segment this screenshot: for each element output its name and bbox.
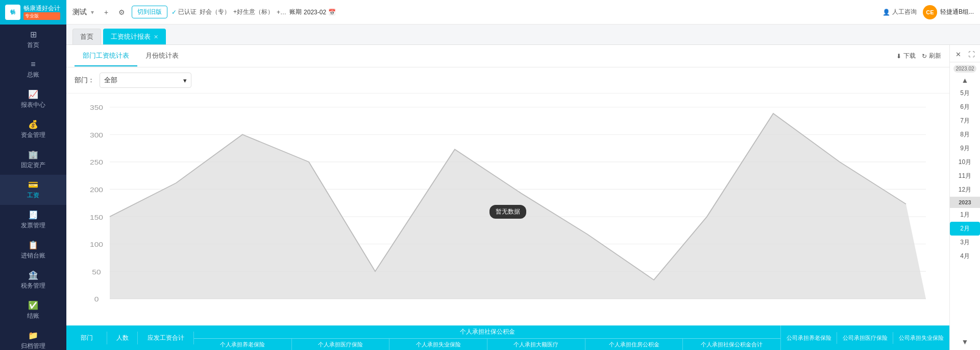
topbar-tags: ✓ 已认证 好会（专） +好生意（标） +… 账期 2023-02 📅 xyxy=(172,8,878,16)
th-large-medical: 个人承担大额医疗 xyxy=(487,339,585,350)
right-panel-top: ✕ ⛶ xyxy=(950,47,980,62)
month-8[interactable]: 8月 xyxy=(950,128,980,142)
prev-period-button[interactable]: ▲ xyxy=(950,74,980,86)
subtab-dept[interactable]: 部门工资统计表 xyxy=(75,46,137,66)
certified-tag: ✓ 已认证 xyxy=(172,8,197,16)
th-housing-fund: 个人承担住房公积金 xyxy=(585,339,683,350)
month-11[interactable]: 11月 xyxy=(950,169,980,183)
sidebar-item-label: 工资 xyxy=(27,191,39,200)
logo-icon: 畅 xyxy=(5,5,20,20)
download-icon: ⬇ xyxy=(896,53,901,60)
sidebar-item-invoice[interactable]: 🧾 发票管理 xyxy=(0,205,66,235)
tabbar: 首页 工资统计报表 ✕ xyxy=(66,25,980,45)
refresh-label: 刷新 xyxy=(929,52,941,60)
home-icon: ⊞ xyxy=(30,30,37,39)
sidebar-item-assets[interactable]: 🏢 固定资产 xyxy=(0,145,66,175)
dropdown-arrow-icon[interactable]: ▾ xyxy=(91,9,94,16)
svg-text:100: 100 xyxy=(90,241,103,248)
month-3[interactable]: 3月 xyxy=(950,236,980,249)
month-4[interactable]: 4月 xyxy=(950,249,980,263)
tag1: 好会（专） xyxy=(200,8,230,16)
sidebar-item-home[interactable]: ⊞ 首页 xyxy=(0,25,66,55)
avatar: CE xyxy=(923,5,937,19)
svg-text:50: 50 xyxy=(92,268,101,276)
tab-close-icon[interactable]: ✕ xyxy=(154,34,158,40)
filter-bar: 部门： 全部 ▾ xyxy=(66,67,949,94)
chart-tooltip: 暂无数据 xyxy=(489,205,526,219)
month-7[interactable]: 7月 xyxy=(950,114,980,128)
tab-home[interactable]: 首页 xyxy=(72,29,101,44)
sidebar-item-label: 税务管理 xyxy=(21,282,45,290)
sidebar: 畅 畅康通好会计 专业版 ⊞ 首页 ≡ 总账 📈 报表中心 💰 资金管理 🏢 固… xyxy=(0,0,66,350)
sidebar-item-label: 进销台账 xyxy=(21,251,45,260)
next-period-button[interactable]: ▼ xyxy=(950,336,980,348)
th-total-fund: 个人承担社保公积金合计 xyxy=(683,339,781,350)
help-icon: 👤 xyxy=(883,9,890,16)
th-unemployment: 个人承担失业保险 xyxy=(389,339,487,350)
svg-text:350: 350 xyxy=(90,104,103,111)
svg-text:0: 0 xyxy=(94,295,99,303)
th-pension: 个人承担养老保险 xyxy=(194,339,292,350)
month-2[interactable]: 2月 xyxy=(950,222,980,236)
month-9[interactable]: 9月 xyxy=(950,142,980,155)
th-group-label: 个人承担社保公积金 xyxy=(194,325,781,339)
sidebar-item-reports[interactable]: 📈 报表中心 xyxy=(0,84,66,114)
filter-label: 部门： xyxy=(75,76,94,85)
th-company-pension: 公司承担养老保险 xyxy=(781,332,837,344)
user-menu[interactable]: CE 轻捷通B组... xyxy=(923,5,974,19)
capital-icon: 💰 xyxy=(28,120,38,129)
sidebar-item-capital[interactable]: 💰 资金管理 xyxy=(0,114,66,145)
help-button[interactable]: 👤 人工咨询 xyxy=(883,8,917,16)
logo-text: 畅康通好会计 xyxy=(23,5,60,13)
sidebar-item-salary[interactable]: 💳 工资 xyxy=(0,175,66,205)
content-area: 部门工资统计表 月份统计表 ⬇ 下载 ↻ 刷新 xyxy=(66,45,980,350)
year-label-display: 2023.02 xyxy=(950,62,980,74)
switch-version-button[interactable]: 切到旧版 xyxy=(132,6,167,18)
sidebar-item-tax[interactable]: 🏦 税务管理 xyxy=(0,265,66,295)
month-1[interactable]: 1月 xyxy=(950,208,980,222)
th-dept: 部门 xyxy=(66,332,107,344)
sidebar-item-label: 发票管理 xyxy=(21,221,45,230)
calendar-icon[interactable]: 📅 xyxy=(328,9,336,16)
subtab-dept-label: 部门工资统计表 xyxy=(83,52,129,59)
tab-salary-label: 工资统计报表 xyxy=(111,32,151,41)
tab-salary-report[interactable]: 工资统计报表 ✕ xyxy=(103,29,166,44)
topbar-right: 👤 人工咨询 CE 轻捷通B组... xyxy=(883,5,974,19)
add-button[interactable]: + xyxy=(100,6,112,18)
dept-select[interactable]: 全部 ▾ xyxy=(100,73,191,88)
refresh-action[interactable]: ↻ 刷新 xyxy=(922,52,941,60)
subtab-monthly[interactable]: 月份统计表 xyxy=(137,46,187,66)
sidebar-item-ledger[interactable]: ≡ 总账 xyxy=(0,55,66,84)
sidebar-item-label: 总账 xyxy=(27,71,39,79)
svg-text:250: 250 xyxy=(90,158,103,166)
month-list: 5月 6月 7月 8月 9月 10月 11月 12月 2023 1月 2月 3月… xyxy=(950,86,980,336)
topbar: 测试 ▾ + ⚙ 切到旧版 ✓ 已认证 好会（专） +好生意（标） +… 账期 … xyxy=(66,0,980,25)
month-12[interactable]: 12月 xyxy=(950,183,980,197)
tax-icon: 🏦 xyxy=(28,270,38,280)
sidebar-item-label: 首页 xyxy=(27,41,39,50)
download-action[interactable]: ⬇ 下载 xyxy=(896,52,916,60)
sidebar-nav: ⊞ 首页 ≡ 总账 📈 报表中心 💰 资金管理 🏢 固定资产 💳 工资 🧾 发票… xyxy=(0,25,66,350)
close-panel-icon[interactable]: ✕ xyxy=(953,49,964,60)
sidebar-item-label: 资金管理 xyxy=(21,131,45,139)
project-name: 测试 xyxy=(72,8,87,17)
tag3: +… xyxy=(277,9,286,16)
th-individual-group: 个人承担社保公积金 个人承担养老保险 个人承担医疗保险 个人承担失业保险 个人承… xyxy=(194,325,781,350)
dropdown-chevron-icon: ▾ xyxy=(183,77,187,84)
chart-area: 暂无数据 350 300 250 200 150 100 50 0 xyxy=(66,94,949,325)
period: 账期 2023-02 📅 xyxy=(289,8,336,16)
month-10[interactable]: 10月 xyxy=(950,155,980,169)
sidebar-item-purchase[interactable]: 📋 进销台账 xyxy=(0,235,66,265)
th-sub-cols: 个人承担养老保险 个人承担医疗保险 个人承担失业保险 个人承担大额医疗 个人承担… xyxy=(194,339,781,350)
th-company-medical: 公司承担医疗保险 xyxy=(837,332,893,344)
settings-button[interactable]: ⚙ xyxy=(115,6,128,18)
period-value: 2023-02 xyxy=(304,9,326,16)
sidebar-item-checkout[interactable]: ✅ 结账 xyxy=(0,295,66,325)
month-6[interactable]: 6月 xyxy=(950,100,980,114)
expand-panel-icon[interactable]: ⛶ xyxy=(966,49,977,60)
month-5[interactable]: 5月 xyxy=(950,86,980,100)
invoice-icon: 🧾 xyxy=(28,210,38,220)
sidebar-item-label: 固定资产 xyxy=(21,161,45,170)
salary-icon: 💳 xyxy=(28,180,38,190)
sidebar-item-archive[interactable]: 📁 归档管理 xyxy=(0,325,66,350)
